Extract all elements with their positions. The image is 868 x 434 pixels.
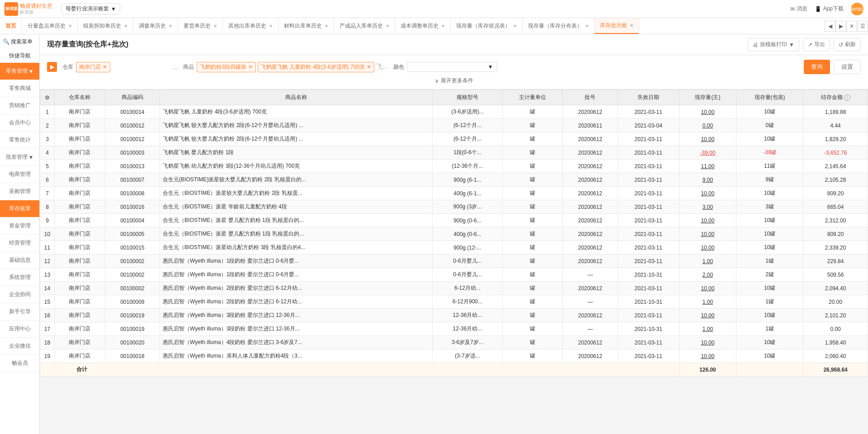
goods-tag-close-0[interactable]: ✕ xyxy=(248,64,253,70)
sidebar-item-operations[interactable]: 经营管理 xyxy=(0,235,39,252)
warehouse-tag-close[interactable]: ✕ xyxy=(103,64,107,70)
sidebar-item-finance[interactable]: 资金管理 xyxy=(0,217,39,235)
col-settings[interactable]: ⚙ xyxy=(40,90,55,105)
row-warehouse: 南岸门店 xyxy=(55,214,105,227)
app-download-btn[interactable]: 📱 App下载 xyxy=(815,5,844,13)
row-qty-main[interactable]: 10.00 xyxy=(679,187,736,200)
sidebar-item-enterprise[interactable]: 企业协同 xyxy=(0,286,39,303)
nav-tab-5[interactable]: 材料出库单历史 ✕ xyxy=(278,18,334,34)
setting-button[interactable]: 设置 xyxy=(834,60,861,74)
row-spec: 0-6月婴儿... xyxy=(433,268,502,282)
row-qty-main[interactable]: 10.00 xyxy=(679,309,736,322)
nav-tab-close-9[interactable]: ✕ xyxy=(585,24,589,28)
nav-close-btn[interactable]: ✕ xyxy=(846,21,857,32)
sidebar-item-member[interactable]: 畅会员 xyxy=(0,355,39,372)
sidebar-item-retail-stats[interactable]: 零售统计 xyxy=(0,132,39,149)
nav-home-tab[interactable]: 首页 xyxy=(0,18,22,34)
nav-tab-4[interactable]: 其他出库单历史 ✕ xyxy=(223,18,278,34)
nav-tab-0[interactable]: 分量盘点单历史 ✕ xyxy=(22,18,78,34)
sidebar-item-system-mgmt[interactable]: 系统管理 xyxy=(0,269,39,286)
row-qty-main[interactable]: 10.00 xyxy=(679,241,736,255)
sidebar-item-ecommerce[interactable]: 电商管理 xyxy=(0,166,39,183)
sidebar-search[interactable]: 🔍 搜索菜单 xyxy=(0,34,39,49)
nav-tab-close-3[interactable]: ✕ xyxy=(213,24,217,28)
message-btn[interactable]: ✉ 消息 xyxy=(790,5,807,13)
goods-tag-close-1[interactable]: ✕ xyxy=(367,64,371,70)
row-qty-main[interactable]: 10.00 xyxy=(679,105,736,119)
sidebar-item-retail-shop[interactable]: 零售商城 xyxy=(0,80,39,97)
amount-info-icon[interactable]: i xyxy=(844,94,850,101)
color-input[interactable]: ▼ xyxy=(407,62,497,72)
query-button[interactable]: 查询 xyxy=(804,60,830,74)
nav-arrow-left[interactable]: ◀ xyxy=(825,21,835,32)
row-name: 合生元（BIOSTIME）派星 学龄前儿童配方奶粉 4段 xyxy=(160,200,433,214)
sidebar-quick-nav[interactable]: 快捷导航 xyxy=(0,49,39,63)
row-qty-main[interactable]: 11.00 xyxy=(679,160,736,173)
print-button[interactable]: 🖨 按模板打印 ▼ xyxy=(748,38,799,51)
nav-tab-7[interactable]: 成本调整单历史 ✕ xyxy=(395,18,451,34)
nav-tab-close-5[interactable]: ✕ xyxy=(325,24,328,28)
avatar[interactable]: demo2 xyxy=(851,3,863,15)
nav-tab-2[interactable]: 调拨单历史 ✕ xyxy=(133,18,178,34)
nav-tab-close-10[interactable]: ✕ xyxy=(630,23,633,28)
nav-tab-9[interactable]: 现存量（库存分布表） ✕ xyxy=(523,18,594,34)
row-qty-main[interactable]: 10.00 xyxy=(679,282,736,295)
row-qty-main[interactable]: 1.00 xyxy=(679,322,736,336)
nav-tab-close-8[interactable]: ✕ xyxy=(513,24,517,28)
col-code: 商品编码 xyxy=(105,90,160,105)
row-qty-main[interactable]: 10.00 xyxy=(679,336,736,349)
row-unit: 罐 xyxy=(502,187,563,200)
sidebar-item-marketing[interactable]: 营销推广 xyxy=(0,97,39,114)
sidebar-item-basic-info[interactable]: 基础信息 xyxy=(0,252,39,269)
sidebar-item-newbie[interactable]: 新手引导 xyxy=(0,303,39,321)
nav-tab-close-7[interactable]: ✕ xyxy=(441,24,445,28)
row-batch: 20200612 xyxy=(563,255,618,268)
sidebar-item-member-center[interactable]: 会员中心 xyxy=(0,114,39,132)
sidebar-item-enterprise-wechat[interactable]: 企业微信 xyxy=(0,338,39,355)
row-qty-main[interactable]: 3.00 xyxy=(679,200,736,214)
nav-tab-10[interactable]: 库存批次账 ✕ xyxy=(594,18,639,34)
nav-tab-3[interactable]: 要货单历史 ✕ xyxy=(178,18,223,34)
refresh-button[interactable]: ↺ 刷新 xyxy=(834,38,861,51)
row-qty-main[interactable]: 10.00 xyxy=(679,349,736,363)
row-amount: 1,189.88 xyxy=(803,105,868,119)
nav-tab-close-4[interactable]: ✕ xyxy=(269,24,273,28)
nav-tab-close-0[interactable]: ✕ xyxy=(68,24,72,28)
export-button[interactable]: ↗ 导出 xyxy=(803,38,830,51)
row-expire: 2021-03-11 xyxy=(618,200,679,214)
row-batch: — xyxy=(563,322,618,336)
row-qty-main[interactable]: 1.00 xyxy=(679,255,736,268)
filter-expand-btn[interactable]: ▶ xyxy=(47,62,57,72)
sidebar-item-inventory[interactable]: 库存核算 xyxy=(0,200,39,217)
nav-tab-close-2[interactable]: ✕ xyxy=(169,24,172,28)
row-spec: 900g (12-... xyxy=(433,241,502,255)
row-qty-main[interactable]: -39.00 xyxy=(679,146,736,160)
row-qty-main[interactable]: 9.00 xyxy=(679,173,736,187)
row-qty-main[interactable]: 10.00 xyxy=(679,132,736,146)
row-qty-main[interactable]: 10.00 xyxy=(679,214,736,227)
nav-tab-6[interactable]: 产成品入库单历史 ✕ xyxy=(334,18,395,34)
row-amount: 1,829.20 xyxy=(803,132,868,146)
row-qty-pack: 1罐 xyxy=(736,295,803,309)
row-expire: 2021-03-11 xyxy=(618,241,679,255)
row-name: 合生元（BIOSTIME）派星 婴儿配方奶粉 1段 乳核蛋白的... xyxy=(160,227,433,241)
row-qty-main[interactable]: 2.00 xyxy=(679,268,736,282)
nav-tab-close-6[interactable]: ✕ xyxy=(386,24,389,28)
warehouse-tag-area: 南岸门店 ✕ xyxy=(76,62,166,72)
sidebar-item-app-center[interactable]: 应用中心 xyxy=(0,321,39,338)
sidebar-item-purchase[interactable]: 采购管理 xyxy=(0,183,39,200)
filter-expand-more[interactable]: ∨ 展开更多条件 xyxy=(47,77,861,85)
row-qty-main[interactable]: 1.00 xyxy=(679,295,736,309)
row-code: 00100019 xyxy=(105,322,160,336)
row-qty-main[interactable]: 0.00 xyxy=(679,119,736,132)
workspace-selector[interactable]: 母婴行业演示账套 ▼ xyxy=(61,3,120,14)
nav-tab-1[interactable]: 组装拆卸单历史 ✕ xyxy=(78,18,133,34)
row-amount: 509.56 xyxy=(803,268,868,282)
nav-menu-btn[interactable]: ☰ xyxy=(857,21,868,32)
nav-tab-8[interactable]: 现存量（库存状况表） ✕ xyxy=(451,18,523,34)
sidebar-item-wholesale[interactable]: 批发管理 ▼ xyxy=(0,149,39,166)
sidebar-item-retail-mgmt[interactable]: 零售管理 ▼ xyxy=(0,63,39,80)
nav-tab-close-1[interactable]: ✕ xyxy=(124,24,127,28)
row-qty-main[interactable]: 10.00 xyxy=(679,227,736,241)
nav-arrow-right[interactable]: ▶ xyxy=(835,21,846,32)
